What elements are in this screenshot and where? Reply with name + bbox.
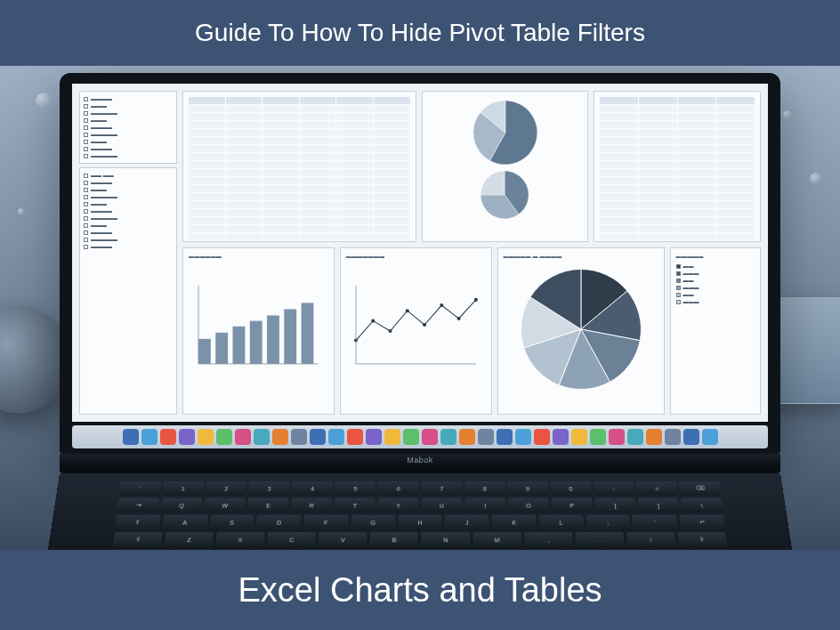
- keyboard-key: S: [209, 515, 254, 530]
- svg-point-8: [371, 319, 375, 323]
- keyboard-key: ,: [523, 532, 572, 547]
- keyboard-key: B: [370, 532, 419, 547]
- dock-app-icon: [702, 429, 718, 445]
- svg-rect-2: [233, 327, 246, 364]
- dock-app-icon: [553, 429, 569, 445]
- keyboard-key: 0: [550, 481, 591, 496]
- dock-app-icon: [328, 429, 344, 445]
- dock-app-icon: [571, 429, 587, 445]
- sidebar-item: ▬▬▬▬: [84, 207, 173, 214]
- keyboard-key: D: [256, 515, 302, 530]
- dock-app-icon: [347, 429, 363, 445]
- svg-rect-5: [284, 309, 296, 363]
- bar-chart-icon: [189, 262, 328, 387]
- dock-app-icon: [141, 429, 158, 445]
- keyboard-key: 9: [507, 481, 548, 496]
- keyboard-key: 6: [378, 481, 419, 496]
- sidebar-item: ▬▬▬▬: [84, 179, 173, 186]
- keyboard-key: ': [633, 515, 678, 530]
- dock-app-icon: [160, 429, 176, 445]
- keyboard-key: 1: [162, 481, 204, 496]
- keyboard-deck: `1234567890-=⌫⇥QWERTYUIOP[]\⇪ASDFGHJKL;'…: [42, 473, 798, 550]
- pie-chart-icon: [428, 97, 583, 168]
- dashboard-main: ▬▬▬▬▬▬ ▬▬▬▬▬▬▬ ▬▬▬▬▬ ▬ ▬▬▬▬ ▬▬▬▬▬: [182, 91, 761, 415]
- keyboard-key: 7: [422, 481, 463, 496]
- legend-item: ▬▬▬: [676, 284, 755, 291]
- data-panel: [594, 91, 761, 242]
- bubble: [18, 208, 25, 215]
- legend-item: ▬▬▬: [676, 298, 755, 305]
- keyboard-key: K: [492, 515, 537, 530]
- sidebar-item: ▬▬▬▬▬: [84, 214, 173, 222]
- screen-bezel: ▬▬▬▬ ▬▬▬ ▬▬▬▬▬ ▬▬▬ ▬▬▬▬ ▬▬▬▬▬ ▬▬▬ ▬▬▬▬ ▬…: [60, 73, 780, 454]
- segmented-pie-panel: ▬▬▬▬▬ ▬ ▬▬▬▬: [497, 247, 665, 415]
- sidebar-block: ▬▬▬▬ ▬▬▬ ▬▬▬▬▬ ▬▬▬ ▬▬▬▬ ▬▬▬▬▬ ▬▬▬ ▬▬▬▬ ▬…: [79, 91, 177, 164]
- screen: ▬▬▬▬ ▬▬▬ ▬▬▬▬▬ ▬▬▬ ▬▬▬▬ ▬▬▬▬▬ ▬▬▬ ▬▬▬▬ ▬…: [72, 84, 768, 422]
- laptop-brand-text: Mabok: [407, 456, 433, 464]
- keyboard-key: ⌫: [679, 481, 721, 496]
- sidebar-item: ▬▬▬▬▬: [84, 236, 173, 243]
- keyboard-key: W: [204, 498, 246, 513]
- sidebar-item: ▬▬▬▬▬: [84, 131, 173, 138]
- panel-header: ▬▬▬▬▬▬▬: [346, 254, 486, 259]
- keyboard-key: H: [398, 515, 442, 530]
- sidebar: ▬▬▬▬ ▬▬▬ ▬▬▬▬▬ ▬▬▬ ▬▬▬▬ ▬▬▬▬▬ ▬▬▬ ▬▬▬▬ ▬…: [79, 91, 177, 415]
- dock-app-icon: [459, 429, 475, 445]
- sidebar-item: ▬▬▬▬: [84, 95, 173, 102]
- keyboard-key: M: [472, 532, 521, 547]
- keyboard-key: P: [551, 498, 593, 513]
- panel-header: ▬▬▬▬▬: [676, 254, 755, 259]
- dock-app-icon: [422, 429, 438, 445]
- keyboard-key: ⇧: [112, 532, 163, 547]
- bubble: [783, 110, 792, 119]
- hero-illustration: ▬▬▬▬ ▬▬▬ ▬▬▬▬▬ ▬▬▬ ▬▬▬▬ ▬▬▬▬▬ ▬▬▬ ▬▬▬▬ ▬…: [0, 66, 840, 550]
- dock-app-icon: [235, 429, 251, 445]
- pie-chart-icon: [504, 262, 658, 396]
- keyboard-key: A: [162, 515, 207, 530]
- sidebar-item: ▬▬▬▬▬: [84, 193, 173, 200]
- sidebar-item: ▬▬▬▬▬: [84, 152, 173, 159]
- legend-item: ▬▬: [676, 277, 755, 284]
- svg-point-14: [474, 298, 478, 302]
- laptop-hinge: Mabok: [60, 454, 780, 473]
- sidebar-item: ▬▬▬: [84, 222, 173, 229]
- keyboard-key: `: [119, 481, 161, 496]
- dock-app-icon: [590, 429, 606, 445]
- sidebar-item: ▬▬▬▬: [84, 229, 173, 236]
- keyboard-key: T: [335, 498, 376, 513]
- keyboard-key: /: [626, 532, 675, 547]
- svg-point-9: [388, 329, 392, 333]
- bar-chart-panel: ▬▬▬▬▬▬: [182, 247, 335, 415]
- data-grid: [600, 97, 755, 240]
- svg-point-11: [423, 323, 426, 327]
- svg-rect-6: [302, 303, 314, 363]
- keyboard-key: ⇪: [115, 515, 161, 530]
- sidebar-item: ▬▬▬: [84, 200, 173, 207]
- keyboard-key: R: [291, 498, 332, 513]
- keyboard-key: Z: [164, 532, 214, 547]
- dock-app-icon: [272, 429, 288, 445]
- sidebar-block: ▬▬ ▬▬ ▬▬▬▬ ▬▬▬ ▬▬▬▬▬ ▬▬▬ ▬▬▬▬ ▬▬▬▬▬ ▬▬▬ …: [79, 167, 177, 415]
- keyboard-key: X: [215, 532, 265, 547]
- dock-app-icon: [384, 429, 400, 445]
- dock-app-icon: [515, 429, 531, 445]
- sidebar-item: ▬▬▬▬: [84, 124, 173, 131]
- macos-dock: [72, 425, 768, 448]
- sidebar-item: ▬▬▬▬▬: [84, 109, 173, 117]
- dock-app-icon: [254, 429, 270, 445]
- dock-app-icon: [123, 429, 139, 445]
- keyboard-key: N: [422, 532, 471, 547]
- bottom-banner-text: Excel Charts and Tables: [238, 571, 602, 610]
- sidebar-item: ▬▬▬: [84, 102, 173, 109]
- panel-header: ▬▬▬▬▬▬: [189, 254, 328, 259]
- keyboard-key: ;: [586, 515, 631, 530]
- svg-rect-3: [250, 321, 262, 364]
- dock-app-icon: [310, 429, 326, 445]
- keyboard-key: O: [508, 498, 549, 513]
- spreadsheet-panel: [182, 91, 416, 242]
- dock-app-icon: [497, 429, 513, 445]
- svg-rect-1: [215, 333, 228, 364]
- dock-app-icon: [478, 429, 494, 445]
- keyboard-key: [: [594, 498, 636, 513]
- sidebar-item: ▬▬▬: [84, 117, 173, 124]
